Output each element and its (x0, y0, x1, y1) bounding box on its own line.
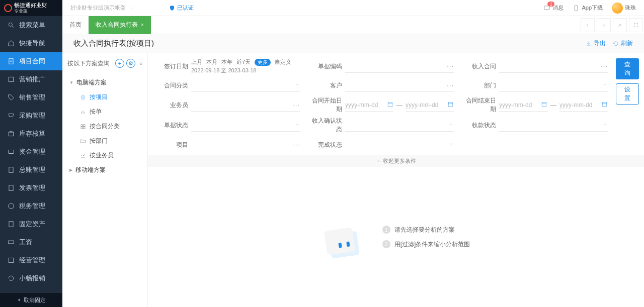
filter-label: 完成状态 (310, 141, 345, 149)
lookup-icon[interactable]: ··· (601, 62, 608, 70)
page-title: 收入合同执行表(按项目) (73, 39, 154, 48)
svg-line-1 (12, 26, 14, 28)
settings-button[interactable]: 设置 (616, 83, 639, 105)
tab-close-icon[interactable]: × (141, 22, 144, 28)
preset-last-7-days[interactable]: 近7天 (236, 58, 251, 66)
sidebar-item-contract[interactable]: 项目合同 (0, 52, 62, 70)
brand-icon (4, 4, 12, 12)
tree-item-by-dept[interactable]: 按部门 (62, 134, 147, 148)
sidebar-item-operation[interactable]: 经营管理 (0, 251, 62, 269)
end-date-from[interactable] (499, 98, 547, 112)
filter-label: 收入合同 (464, 62, 499, 71)
preset-this-year[interactable]: 本年 (221, 58, 232, 66)
account-set-select[interactable]: 好业财专业版演示帐套 (70, 4, 161, 12)
lookup-icon[interactable]: ··· (293, 141, 300, 148)
calendar-icon (447, 101, 454, 109)
lookup-icon[interactable]: ··· (447, 81, 454, 89)
scheme-add-button[interactable]: + (115, 59, 124, 68)
start-date-from[interactable] (345, 98, 393, 112)
filter-project: 项目 ··· (156, 137, 300, 153)
sidebar-item-invoice[interactable]: 发票管理 (0, 179, 62, 197)
sidebar-item-marketing[interactable]: 营销推广 (0, 70, 62, 88)
project-input[interactable]: ··· (191, 138, 300, 151)
salesman-input[interactable]: ··· (191, 98, 300, 112)
customer-input[interactable]: ··· (345, 79, 454, 92)
chart-icon (79, 152, 87, 159)
chevron-down-icon (294, 82, 300, 88)
sidebar-item-search[interactable]: 搜索菜单 (0, 16, 62, 34)
lookup-icon[interactable]: ··· (447, 62, 454, 70)
sidebar-item-funds[interactable]: 资金管理 (0, 143, 62, 161)
preset-this-month[interactable]: 本月 (206, 58, 217, 66)
tab-fullscreen-button[interactable] (629, 18, 643, 32)
sidebar-item-sales[interactable]: 销售管理 (0, 88, 62, 107)
fullscreen-icon (633, 23, 638, 28)
sidebar-item-expense[interactable]: 小畅报销 (0, 269, 62, 287)
scheme-title: 按以下方案查询 (67, 59, 110, 68)
sidebar-item-label: 采购管理 (19, 111, 45, 120)
collapse-label: 收起更多条件 (383, 157, 416, 165)
refresh-label: 刷新 (621, 39, 633, 48)
tree-item-by-bill[interactable]: 按单 (62, 105, 147, 119)
dept-select[interactable] (499, 79, 608, 92)
tree-item-by-salesman[interactable]: 按业务员 (62, 148, 147, 163)
tab-income-contract[interactable]: 收入合同执行表 × (89, 16, 151, 34)
tree-item-by-category[interactable]: 按合同分类 (62, 119, 147, 134)
sidebar-item-label: 工资 (19, 238, 32, 247)
date-separator: — (550, 101, 556, 109)
collapse-filters-button[interactable]: 收起更多条件 (148, 155, 644, 167)
contract-input[interactable]: ··· (499, 60, 608, 73)
lookup-icon[interactable]: ··· (293, 101, 300, 109)
sidebar-item-ledger[interactable]: 总账管理 (0, 161, 62, 179)
tab-prev-button[interactable] (581, 18, 595, 32)
complete-status-select[interactable] (345, 138, 454, 151)
end-date-to[interactable] (559, 98, 608, 112)
scheme-settings-button[interactable]: ⚙ (126, 59, 135, 68)
sidebar-item-label: 项目合同 (19, 57, 45, 66)
svg-rect-26 (81, 125, 83, 127)
caret-left-icon (585, 23, 590, 28)
tree-item-by-project[interactable]: 按项目 (62, 90, 147, 105)
tree-group-mobile[interactable]: ▶移动端方案 (62, 163, 147, 177)
bill-no-input[interactable]: ··· (345, 60, 454, 73)
refresh-icon (613, 41, 619, 47)
preset-last-month[interactable]: 上月 (191, 58, 202, 66)
document-icon (7, 57, 15, 65)
sidebar-item-label: 资金管理 (19, 147, 45, 156)
calendar-icon (601, 101, 608, 109)
query-button[interactable]: 查询 (616, 58, 639, 79)
percent-icon (7, 202, 15, 210)
export-button[interactable]: 导出 (586, 39, 606, 48)
sidebar-item-label: 销售管理 (19, 93, 45, 102)
sidebar-item-purchase[interactable]: 采购管理 (0, 107, 62, 125)
preset-custom[interactable]: 自定义 (275, 58, 291, 66)
sidebar-item-inventory[interactable]: 库存核算 (0, 125, 62, 143)
export-label: 导出 (594, 39, 606, 48)
bill-status-select[interactable] (191, 119, 300, 132)
tab-next-button[interactable] (597, 18, 611, 32)
step-text: 请先选择要分析的方案 (394, 226, 455, 234)
start-date-to[interactable] (406, 98, 454, 112)
tab-home[interactable]: 首页 (62, 16, 89, 34)
sidebar-item-tax[interactable]: 税务管理 (0, 197, 62, 215)
sidebar-item-baseinfo[interactable]: 基础信息 (0, 287, 62, 293)
scheme-collapse-button[interactable]: « (139, 60, 142, 66)
user-menu[interactable]: 珠珠 (612, 3, 636, 14)
sidebar-item-salary[interactable]: 工资 (0, 233, 62, 251)
refresh-button[interactable]: 刷新 (613, 39, 633, 48)
contract-cat-select[interactable] (191, 79, 300, 92)
sidebar-unpin[interactable]: 取消固定 (0, 293, 62, 307)
tree-group-pc[interactable]: ▼电脑端方案 (62, 75, 147, 90)
double-chevron-up-icon (376, 159, 381, 164)
app-download-button[interactable]: App下载 (573, 4, 603, 12)
collect-status-select[interactable] (499, 119, 608, 132)
tab-label: 首页 (69, 21, 82, 29)
caret-left-icon (17, 297, 22, 302)
sidebar-item-quicknav[interactable]: 快捷导航 (0, 34, 62, 52)
preset-more[interactable]: 更多 (255, 59, 271, 66)
sidebar-item-assets[interactable]: 固定资产 (0, 215, 62, 233)
topbar: 好业财专业版演示帐套 已认证 消息 1 App下载 珠珠 (62, 0, 644, 16)
tab-close-button[interactable] (613, 18, 627, 32)
income-status-select[interactable] (345, 119, 454, 132)
messages-button[interactable]: 消息 1 (543, 4, 564, 12)
